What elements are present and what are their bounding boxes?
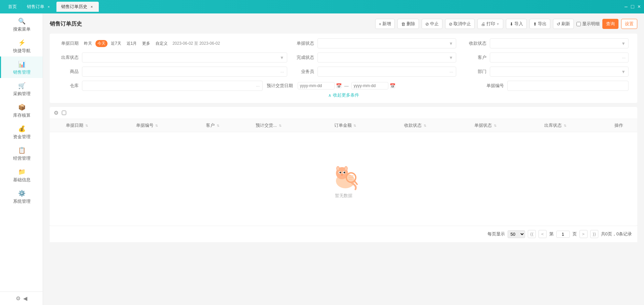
export-button[interactable]: ⬆ 导出 <box>529 19 550 29</box>
date-more-btn[interactable]: 更多 <box>140 40 152 47</box>
sort-customer-icon: ⇅ <box>217 124 219 127</box>
system-icon: ⚙️ <box>18 190 26 197</box>
date-range-text: 2023-06-02 至 2023-06-02 <box>172 41 220 46</box>
th-amount[interactable]: 订单金额 ⇅ <box>330 119 400 132</box>
warehouse-input[interactable]: ··· <box>82 81 263 91</box>
sort-no-icon: ⇅ <box>155 124 158 127</box>
sidebar-item-purchase-mgmt[interactable]: 🛒 采购管理 <box>0 78 43 100</box>
customer-dots[interactable]: ··· <box>622 55 626 60</box>
tab-sales-order-history-close[interactable]: × <box>89 4 94 9</box>
sidebar-item-sales-mgmt-label: 销售管理 <box>13 69 31 75</box>
svg-point-10 <box>341 174 343 176</box>
tab-home[interactable]: 首页 <box>3 2 22 12</box>
minimize-icon[interactable]: – <box>625 4 628 10</box>
sort-out-icon: ⇅ <box>564 124 566 127</box>
settings-label: 设置 <box>625 21 634 27</box>
customer-label: 客户 <box>463 54 490 61</box>
sidebar-item-search-menu[interactable]: 🔍 搜索菜单 <box>0 13 43 35</box>
complete-status-arrow: ▼ <box>449 55 453 60</box>
dept-label: 部门 <box>463 69 490 75</box>
collapse-bar[interactable]: ∧ 收起更多条件 <box>55 92 632 98</box>
delete-icon: 🗑 <box>401 22 405 27</box>
tab-sales-order[interactable]: 销售订单 × <box>22 2 56 12</box>
per-page-label: 每页显示 <box>487 231 505 237</box>
sidebar-item-finance[interactable]: 💰 资金管理 <box>0 121 43 143</box>
sidebar-item-inventory[interactable]: 📦 库存核算 <box>0 100 43 121</box>
salesperson-input[interactable]: ··· <box>317 67 456 77</box>
page-input[interactable] <box>556 231 570 238</box>
date-dash: — <box>343 83 350 88</box>
product-input[interactable]: ··· <box>82 67 287 77</box>
query-label: 查询 <box>606 21 615 27</box>
salesperson-dots[interactable]: ··· <box>449 69 453 74</box>
print-button[interactable]: 🖨 打印 ▼ <box>477 19 503 29</box>
query-button[interactable]: 查询 <box>602 19 618 29</box>
warehouse-dots[interactable]: ··· <box>256 83 260 88</box>
first-page-btn[interactable]: ⟨⟨ <box>528 230 536 238</box>
empty-state: 暂无数据 <box>50 132 637 226</box>
sidebar-item-base-info[interactable]: 📁 基础信息 <box>0 164 43 186</box>
sidebar-settings-icon[interactable]: ⚙ <box>16 295 20 302</box>
bill-no-input[interactable] <box>507 81 629 91</box>
display-detail-checkbox[interactable]: 显示明细 <box>576 21 600 27</box>
last-page-btn[interactable]: ⟩⟩ <box>590 230 598 238</box>
display-detail-input[interactable] <box>576 22 581 26</box>
th-bill-status[interactable]: 单据状态 ⇅ <box>470 119 541 132</box>
bill-status-arrow: ▼ <box>449 41 453 46</box>
settings-button[interactable]: 设置 <box>621 19 637 29</box>
search-menu-icon: 🔍 <box>18 17 26 25</box>
table-settings-icon[interactable]: ⚙ <box>54 110 58 116</box>
per-page-select[interactable]: 50 10 20 100 <box>508 230 525 238</box>
out-status-select[interactable]: ▼ <box>82 52 287 63</box>
svg-point-8 <box>339 172 341 174</box>
cancel-stop-button[interactable]: ⊘ 取消中止 <box>445 19 475 29</box>
prev-page-btn[interactable]: ＜ <box>539 230 547 238</box>
date-yesterday-btn[interactable]: 昨天 <box>82 40 94 47</box>
sidebar-item-system[interactable]: ⚙️ 系统管理 <box>0 186 43 207</box>
th-delivery[interactable]: 预计交货... ⇅ <box>252 119 330 132</box>
quick-nav-icon: ⚡ <box>18 39 26 46</box>
close-icon[interactable]: × <box>638 4 641 10</box>
th-date[interactable]: 单据日期 ⇅ <box>62 119 132 132</box>
import-button[interactable]: ⬇ 导入 <box>506 19 527 29</box>
delete-button[interactable]: 🗑 删除 <box>397 19 419 29</box>
tab-sales-order-close[interactable]: × <box>46 4 51 9</box>
next-page-btn[interactable]: ＞ <box>579 230 588 238</box>
date-1month-btn[interactable]: 近1月 <box>125 40 139 47</box>
dept-select[interactable]: ▼ <box>490 67 629 77</box>
empty-text: 暂无数据 <box>335 193 352 199</box>
sidebar-collapse-icon[interactable]: ◀ <box>23 295 27 302</box>
tab-sales-order-history[interactable]: 销售订单历史 × <box>56 2 99 12</box>
sidebar-item-sales-mgmt[interactable]: 📊 销售管理 <box>0 56 43 78</box>
complete-status-select[interactable]: ▼ <box>317 52 456 63</box>
calendar-to-icon[interactable]: 📅 <box>390 83 395 88</box>
calendar-from-icon[interactable]: 📅 <box>336 83 342 88</box>
date-today-btn[interactable]: 今天 <box>95 40 108 47</box>
stop-button[interactable]: ⊘ 中止 <box>422 19 442 29</box>
th-out-status[interactable]: 出库状态 ⇅ <box>540 119 610 132</box>
payment-status-select[interactable]: ▼ <box>490 38 629 48</box>
date-custom-btn[interactable]: 自定义 <box>154 40 170 47</box>
th-no[interactable]: 单据编号 ⇅ <box>132 119 202 132</box>
empty-illustration <box>324 159 364 193</box>
select-all-checkbox[interactable] <box>62 111 66 115</box>
customer-input[interactable]: ··· <box>490 52 629 63</box>
refresh-button[interactable]: ↺ 刷新 <box>553 19 574 29</box>
add-button[interactable]: + 新增 <box>375 19 395 29</box>
sidebar-item-quick-nav[interactable]: ⚡ 快捷导航 <box>0 35 43 56</box>
delivery-date-to[interactable] <box>351 82 388 89</box>
sidebar-item-operations[interactable]: 📋 经营管理 <box>0 143 43 164</box>
delivery-date-from[interactable] <box>298 82 335 89</box>
maximize-icon[interactable]: □ <box>631 4 634 10</box>
bill-status-select[interactable]: ▼ <box>317 38 456 48</box>
filter-row-1: 单据日期 昨天 今天 近7天 近1月 更多 自定义 2023-06-02 至 2… <box>55 38 632 48</box>
operations-icon: 📋 <box>18 147 26 154</box>
pagination-bar: 每页显示 50 10 20 100 ⟨⟨ ＜ 第 页 ＞ ⟩⟩ 共0页，0条记录 <box>50 226 637 242</box>
delivery-date-label: 预计交货日期 <box>266 83 296 89</box>
main-layout: 🔍 搜索菜单 ⚡ 快捷导航 📊 销售管理 🛒 采购管理 📦 库存核算 💰 资金管… <box>0 13 644 305</box>
th-customer[interactable]: 客户 ⇅ <box>202 119 252 132</box>
sort-date-icon: ⇅ <box>85 124 88 127</box>
date-7days-btn[interactable]: 近7天 <box>109 40 123 47</box>
th-payment-status[interactable]: 收款状态 ⇅ <box>400 119 470 132</box>
product-dots[interactable]: ··· <box>281 69 284 74</box>
